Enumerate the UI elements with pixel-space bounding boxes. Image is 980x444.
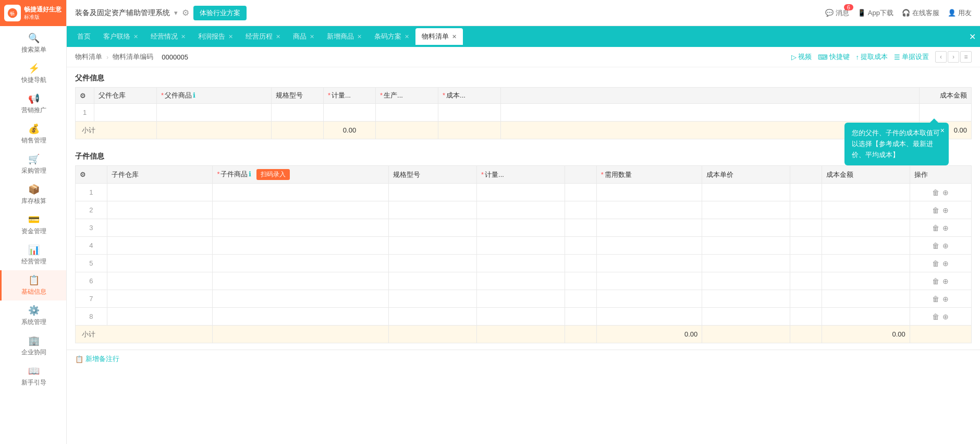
child-warehouse-3[interactable] [107,219,213,237]
delete-icon-5[interactable]: 🗑 [932,259,939,268]
child-spec-1[interactable] [389,184,477,201]
delete-icon-3[interactable]: 🗑 [932,224,939,232]
dropdown-arrow-icon[interactable]: ▾ [174,9,178,17]
child-qty-6[interactable] [596,272,702,290]
child-warehouse-4[interactable] [107,237,213,255]
messages-item[interactable]: 💬 消息 6 [825,8,849,18]
tab-operations-close[interactable]: ✕ [181,33,186,40]
child-unit-5[interactable] [476,255,565,272]
child-spec-6[interactable] [389,272,477,290]
copy-icon-2[interactable]: ⊕ [942,206,949,214]
child-unitcost-4[interactable] [702,237,790,255]
child-qty-2[interactable] [596,201,702,219]
user-item[interactable]: 👤 用友 [948,8,972,18]
prev-arrow[interactable]: ‹ [935,51,947,63]
parent-goods-cell[interactable] [157,104,272,122]
child-spec-7[interactable] [389,290,477,308]
child-unit-7[interactable] [476,290,565,308]
child-unit-4[interactable] [476,237,565,255]
sidebar-item-quick_nav[interactable]: ⚡快捷导航 [0,58,66,89]
child-unitcost-5[interactable] [702,255,790,272]
sidebar-item-system[interactable]: ⚙️系统管理 [0,301,66,331]
delete-icon-2[interactable]: 🗑 [932,206,939,214]
menu-arrow[interactable]: ≡ [960,51,972,63]
delete-icon-6[interactable]: 🗑 [932,277,939,285]
child-unitcost-2[interactable] [702,201,790,219]
child-goods-6[interactable] [213,272,389,290]
sidebar-item-enterprise[interactable]: 🏢企业协同 [0,331,66,361]
copy-icon-8[interactable]: ⊕ [942,313,949,321]
child-qty-7[interactable] [596,290,702,308]
sidebar-item-operations_mgr[interactable]: 📊经营管理 [0,240,66,270]
sidebar-item-guide[interactable]: 📖新手引导 [0,361,66,391]
child-goods-4[interactable] [213,237,389,255]
child-warehouse-7[interactable] [107,290,213,308]
child-goods-1[interactable] [213,184,389,201]
child-unit-6[interactable] [476,272,565,290]
child-qty-5[interactable] [596,255,702,272]
parent-cost-cell[interactable] [438,104,501,122]
child-unit-3[interactable] [476,219,565,237]
extract-cost-action[interactable]: ↑ 提取成本 [856,52,888,62]
child-unit-2[interactable] [476,201,565,219]
tooltip-close-button[interactable]: × [940,125,945,136]
child-qty-1[interactable] [596,184,702,201]
child-goods-8[interactable] [213,308,389,326]
tab-goods[interactable]: 商品 ✕ [287,28,321,45]
child-goods-7[interactable] [213,290,389,308]
child-spec-4[interactable] [389,237,477,255]
th-parent-settings[interactable]: ⚙ [76,88,94,104]
child-goods-2[interactable] [213,201,389,219]
delete-icon-4[interactable]: 🗑 [932,242,939,250]
add-note-button[interactable]: 📋 新增备注行 [75,354,119,364]
tab-operations[interactable]: 经营情况 ✕ [144,28,192,45]
tab-history-close[interactable]: ✕ [276,33,280,40]
child-warehouse-2[interactable] [107,201,213,219]
child-unit-8[interactable] [476,308,565,326]
copy-icon-4[interactable]: ⊕ [942,242,949,250]
video-action[interactable]: ▷ 视频 [791,52,812,62]
sidebar-item-finance[interactable]: 💳资金管理 [0,210,66,240]
copy-icon-5[interactable]: ⊕ [942,259,949,268]
tab-new-goods[interactable]: 新增商品 ✕ [321,28,368,45]
tab-bar-end[interactable]: ✕ [969,32,976,42]
sidebar-item-marketing[interactable]: 📢营销推广 [0,89,66,119]
child-spec-5[interactable] [389,255,477,272]
parent-warehouse-cell[interactable] [94,104,157,122]
child-unitcost-8[interactable] [702,308,790,326]
th-child-settings[interactable]: ⚙ [76,166,107,184]
tab-goods-close[interactable]: ✕ [310,33,314,40]
app-download-item[interactable]: 📱 App下载 [858,8,893,18]
delete-icon-8[interactable]: 🗑 [932,313,939,321]
parent-spec-cell[interactable] [272,104,324,122]
child-spec-3[interactable] [389,219,477,237]
tab-new-goods-close[interactable]: ✕ [357,33,362,40]
child-unitcost-3[interactable] [702,219,790,237]
child-warehouse-5[interactable] [107,255,213,272]
child-unitcost-6[interactable] [702,272,790,290]
tab-profit-close[interactable]: ✕ [228,33,233,40]
online-service-item[interactable]: 🎧 在线客服 [902,8,939,18]
parent-unit-cell[interactable] [324,104,376,122]
child-warehouse-6[interactable] [107,272,213,290]
delete-icon-1[interactable]: 🗑 [932,188,939,197]
child-qty-3[interactable] [596,219,702,237]
child-qty-4[interactable] [596,237,702,255]
child-unit-1[interactable] [476,184,565,201]
child-warehouse-8[interactable] [107,308,213,326]
sidebar-item-basic_info[interactable]: 📋基础信息 [0,270,66,301]
child-unitcost-1[interactable] [702,184,790,201]
child-qty-8[interactable] [596,308,702,326]
shortcut-action[interactable]: ⌨ 快捷键 [818,52,850,62]
child-warehouse-1[interactable] [107,184,213,201]
tab-customers[interactable]: 客户联络 ✕ [97,28,144,45]
tab-bom[interactable]: 物料清单 ✕ [415,28,463,45]
sidebar-item-inventory[interactable]: 📦库存核算 [0,179,66,210]
parent-production-cell[interactable] [376,104,438,122]
copy-icon-6[interactable]: ⊕ [942,277,949,285]
tab-home[interactable]: 首页 [71,28,97,45]
tab-customers-close[interactable]: ✕ [133,33,138,40]
child-goods-3[interactable] [213,219,389,237]
sidebar-item-search[interactable]: 🔍搜索菜单 [0,28,66,58]
tab-profit[interactable]: 利润报告 ✕ [192,28,239,45]
